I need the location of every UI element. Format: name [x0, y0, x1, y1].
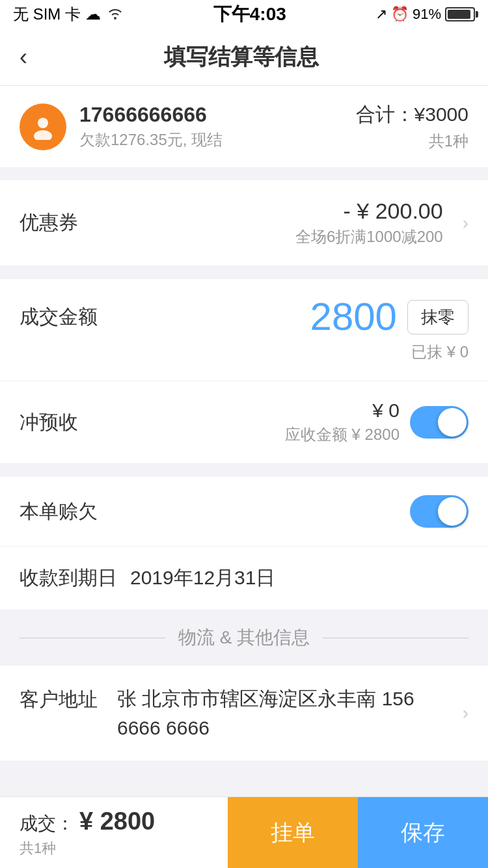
footer-deal-amount: ¥ 2800	[79, 807, 155, 835]
battery-percent: 91%	[413, 6, 441, 23]
coupon-info: - ¥ 200.00 全场6折满1000减200	[295, 198, 443, 247]
footer-info: 成交： ¥ 2800 共1种	[0, 797, 228, 868]
status-time: 下午4:03	[213, 2, 286, 27]
customer-phone: 17666666666	[79, 103, 356, 127]
divider-line-left	[20, 638, 165, 638]
main-content: 17666666666 欠款1276.35元, 现结 合计：¥3000 共1种 …	[0, 86, 488, 868]
section-gap-2	[0, 464, 488, 477]
prepaid-toggle[interactable]	[410, 406, 468, 439]
deal-subtext: 已抹 ¥ 0	[20, 342, 468, 362]
total-amount: 合计：¥3000	[356, 102, 468, 128]
wifi-icon	[106, 5, 124, 23]
no-sim-text: 无 SIM 卡 ☁	[13, 4, 101, 25]
deal-number: 2800	[310, 297, 397, 336]
footer-deal: 成交： ¥ 2800	[20, 807, 208, 836]
credit-toggle-knob	[438, 497, 467, 526]
address-value: 张 北京市市辖区海淀区永丰南 156 6666 6666	[117, 684, 456, 742]
deal-row: 成交金额 2800 抹零	[20, 297, 468, 336]
address-label: 客户地址	[20, 684, 98, 713]
round-button[interactable]: 抹零	[407, 300, 468, 334]
customer-card: 17666666666 欠款1276.35元, 现结 合计：¥3000 共1种	[0, 86, 488, 167]
total-count: 共1种	[356, 131, 468, 152]
location-icon: ↗	[375, 6, 387, 23]
prepaid-info: ¥ 0 应收金额 ¥ 2800	[285, 400, 400, 445]
credit-toggle-wrap	[410, 495, 468, 528]
svg-point-0	[38, 118, 48, 128]
status-right: ↗ ⏰ 91%	[375, 6, 475, 23]
customer-info: 17666666666 欠款1276.35元, 现结	[79, 103, 356, 150]
customer-total: 合计：¥3000 共1种	[356, 102, 468, 152]
coupon-amount: - ¥ 200.00	[295, 198, 443, 224]
battery-icon	[445, 7, 475, 21]
deal-amount-section: 成交金额 2800 抹零 已抹 ¥ 0	[0, 279, 488, 381]
divider-line-right	[323, 638, 468, 638]
credit-toggle[interactable]	[410, 495, 468, 528]
address-chevron: ›	[463, 703, 468, 724]
prepaid-amount: ¥ 0	[285, 400, 400, 422]
duedate-section: 收款到期日 2019年12月31日	[0, 547, 488, 610]
credit-label: 本单赊欠	[20, 498, 98, 525]
duedate-label: 收款到期日	[20, 565, 117, 591]
prepaid-section: 冲预收 ¥ 0 应收金额 ¥ 2800	[0, 381, 488, 464]
coupon-label: 优惠券	[20, 210, 78, 236]
hang-button[interactable]: 挂单	[228, 797, 358, 868]
coupon-desc: 全场6折满1000减200	[295, 226, 443, 247]
duedate-value: 2019年12月31日	[130, 565, 275, 591]
logistics-divider: 物流 & 其他信息	[0, 610, 488, 666]
nav-title: 填写结算等信息	[40, 42, 442, 72]
save-button[interactable]: 保存	[358, 797, 488, 868]
customer-subtext: 欠款1276.35元, 现结	[79, 129, 356, 150]
status-left: 无 SIM 卡 ☁	[13, 4, 124, 25]
footer-count: 共1种	[20, 839, 208, 858]
toggle-knob	[438, 408, 467, 437]
section-gap-1	[0, 266, 488, 279]
footer-deal-label: 成交：	[20, 811, 74, 836]
avatar	[20, 103, 66, 150]
prepaid-label: 冲预收	[20, 409, 78, 436]
credit-section: 本单赊欠	[0, 477, 488, 547]
prepaid-right: ¥ 0 应收金额 ¥ 2800	[285, 400, 468, 445]
coupon-right: - ¥ 200.00 全场6折满1000减200 ›	[295, 198, 468, 247]
alarm-icon: ⏰	[391, 6, 409, 23]
prepaid-subtext: 应收金额 ¥ 2800	[285, 424, 400, 445]
status-bar: 无 SIM 卡 ☁ 下午4:03 ↗ ⏰ 91%	[0, 0, 488, 29]
nav-bar: ‹ 填写结算等信息	[0, 29, 488, 86]
logistics-text: 物流 & 其他信息	[178, 625, 310, 650]
address-section[interactable]: 客户地址 张 北京市市辖区海淀区永丰南 156 6666 6666 ›	[0, 666, 488, 761]
coupon-chevron: ›	[463, 213, 468, 234]
deal-right: 2800 抹零	[310, 297, 468, 336]
deal-label: 成交金额	[20, 304, 98, 331]
svg-point-1	[34, 130, 52, 140]
prepaid-row: 冲预收 ¥ 0 应收金额 ¥ 2800	[20, 400, 468, 445]
footer: 成交： ¥ 2800 共1种 挂单 保存	[0, 796, 488, 868]
coupon-row[interactable]: 优惠券 - ¥ 200.00 全场6折满1000减200 ›	[0, 180, 488, 266]
back-button[interactable]: ‹	[20, 44, 40, 71]
